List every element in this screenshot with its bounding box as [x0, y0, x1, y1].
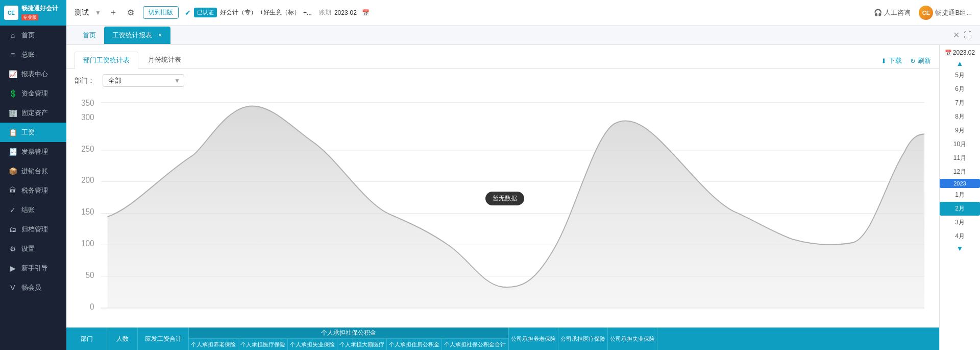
footer-col-company-unemployment: 公司承担失业保险: [608, 328, 657, 350]
sidebar-label-settle: 结账: [21, 205, 35, 215]
sidebar-label-salary: 工资: [21, 128, 35, 137]
month-item-6[interactable]: 6月: [940, 82, 980, 96]
chart-container: 0 50 100 150 200 250 300 350: [75, 92, 931, 323]
footer-col-major-medical: 个人承担大额医疗: [337, 339, 387, 350]
sidebar-item-ledger[interactable]: ≡ 总账: [0, 45, 66, 64]
footer-col-company-medical: 公司承担医疗保险: [558, 328, 608, 350]
tab-home-label: 首页: [83, 31, 96, 40]
year-nav: ▲ 5月 6月 7月 8月 9月 10月: [940, 58, 980, 253]
sidebar-item-reports[interactable]: 📈 报表中心: [0, 64, 66, 84]
logo-icon: CE: [4, 6, 18, 20]
refresh-label: 刷新: [918, 56, 931, 65]
year-down-button[interactable]: ▼: [940, 243, 980, 253]
chart-area-fill: [108, 106, 925, 308]
sidebar-item-guide[interactable]: ▶ 新手引导: [0, 259, 66, 278]
sidebar-label-guide: 新手引导: [21, 264, 48, 273]
sidebar-item-salary[interactable]: 📋 工资: [0, 123, 66, 142]
archive-icon: 🗂: [8, 225, 17, 234]
dept-select[interactable]: 全部 财务部 销售部 人事部 技术部: [103, 74, 184, 87]
month-11-label: 11月: [953, 154, 966, 161]
settings-button[interactable]: ⚙: [125, 7, 137, 19]
settings-icon: ⚙: [8, 245, 17, 253]
settle-icon: ✓: [8, 206, 17, 214]
sidebar-label-ledger: 总账: [21, 50, 35, 59]
dept-select-wrapper: 全部 财务部 销售部 人事部 技术部 ▼: [103, 74, 184, 87]
purchase-icon: 📦: [8, 167, 17, 175]
sidebar-item-member[interactable]: V 畅会员: [0, 278, 66, 297]
funds-icon: 💲: [8, 89, 17, 98]
subtab-monthly[interactable]: 月份统计表: [139, 51, 190, 68]
month-item-feb[interactable]: 2月: [940, 202, 980, 216]
month-mar-label: 3月: [955, 219, 965, 226]
switch-old-button[interactable]: 切到旧版: [143, 6, 179, 19]
subtab-actions: ⬇ 下载 ↻ 刷新: [881, 56, 931, 68]
svg-text:0: 0: [90, 302, 94, 311]
sidebar-label-member: 畅会员: [21, 283, 41, 292]
tab-close-icon[interactable]: ×: [158, 31, 162, 39]
content-area: 部门工资统计表 月份统计表 ⬇ 下载 ↻ 刷新: [66, 45, 980, 350]
calendar-icon[interactable]: 📅: [362, 9, 370, 16]
sidebar-item-funds[interactable]: 💲 资金管理: [0, 84, 66, 103]
sidebar-item-assets[interactable]: 🏢 固定资产: [0, 103, 66, 123]
user-menu[interactable]: CE 畅捷通B组...: [919, 6, 972, 20]
logo-badge: 专业版: [21, 14, 38, 20]
month-item-jan[interactable]: 1月: [940, 188, 980, 202]
tab-home[interactable]: 首页: [75, 27, 104, 44]
assistant-button[interactable]: 🎧 人工咨询: [874, 8, 911, 17]
more-status: +...: [303, 9, 312, 16]
footer-col-unemployment: 个人承担失业保险: [288, 339, 337, 350]
month-item-10[interactable]: 10月: [940, 137, 980, 151]
sidebar-item-invoice[interactable]: 🧾 发票管理: [0, 142, 66, 161]
user-avatar: CE: [919, 6, 933, 20]
app-logo: CE 畅捷通好会计 专业版: [0, 0, 66, 26]
month-item-9[interactable]: 9月: [940, 124, 980, 137]
sidebar-label-home: 首页: [21, 31, 35, 40]
year-up-button[interactable]: ▲: [940, 58, 980, 68]
footer-dept-label: 部门: [81, 335, 93, 343]
sidebar-label-reports: 报表中心: [21, 69, 48, 79]
sidebar-item-home[interactable]: ⌂ 首页: [0, 26, 66, 45]
col-company-medical-label: 公司承担医疗保险: [560, 335, 605, 343]
subtab-dept-label: 部门工资统计表: [83, 56, 130, 64]
headset-icon: 🎧: [874, 9, 882, 16]
sidebar-item-purchase[interactable]: 📦 进销台账: [0, 161, 66, 181]
month-item-8[interactable]: 8月: [940, 110, 980, 124]
download-icon: ⬇: [881, 57, 887, 65]
month-item-apr[interactable]: 4月: [940, 229, 980, 243]
chart-svg: 0 50 100 150 200 250 300 350: [75, 92, 931, 323]
tab-expand-button[interactable]: ⛶: [964, 31, 972, 40]
sidebar-item-settings[interactable]: ⚙ 设置: [0, 239, 66, 259]
svg-text:150: 150: [81, 207, 94, 217]
month-feb-label: 2月: [955, 205, 965, 212]
sidebar-item-archive[interactable]: 🗂 归档管理: [0, 220, 66, 239]
sidebar: CE 畅捷通好会计 专业版 ⌂ 首页 ≡ 总账 📈 报表中心 💲 资金管理 🏢 …: [0, 0, 66, 350]
month-item-12[interactable]: 12月: [940, 165, 980, 179]
footer-group-personal: 个人承担社保公积金 个人承担养老保险 个人承担医疗保险 个人承担失业保险 个人承…: [189, 328, 509, 350]
month-item-5[interactable]: 5月: [940, 68, 980, 82]
subtab-dept[interactable]: 部门工资统计表: [75, 52, 138, 69]
month-item-11[interactable]: 11月: [940, 151, 980, 165]
year-display: 📅 2023.02: [940, 47, 980, 58]
col-company-pension-label: 公司承担养老保险: [511, 335, 556, 343]
status-bar: ✔ 已认证 好会计（专） +好生意（标） +... 账期 2023-02 📅: [185, 8, 370, 17]
sidebar-item-settle[interactable]: ✓ 结账: [0, 200, 66, 220]
sidebar-item-tax[interactable]: 🏛 税务管理: [0, 181, 66, 200]
refresh-button[interactable]: ↻ 刷新: [910, 56, 931, 65]
tab-close-button[interactable]: ✕: [953, 30, 960, 40]
month-item-mar[interactable]: 3月: [940, 216, 980, 229]
home-icon: ⌂: [8, 31, 17, 39]
svg-text:350: 350: [81, 99, 94, 108]
user-name: 畅捷通B组...: [935, 8, 972, 17]
assets-icon: 🏢: [8, 109, 17, 117]
tab-actions: ✕ ⛶: [953, 30, 972, 40]
svg-text:200: 200: [81, 176, 94, 185]
biz-status: +好生意（标）: [260, 8, 300, 17]
sidebar-label-invoice: 发票管理: [21, 147, 48, 156]
avatar-text: CE: [922, 10, 930, 16]
month-item-7[interactable]: 7月: [940, 96, 980, 110]
group-label-text: 个人承担社保公积金: [321, 329, 376, 337]
company-dropdown-arrow[interactable]: ▼: [95, 9, 101, 16]
tab-salary-report[interactable]: 工资统计报表 ×: [104, 27, 170, 44]
add-button[interactable]: ＋: [107, 7, 119, 19]
download-button[interactable]: ⬇ 下载: [881, 56, 902, 65]
